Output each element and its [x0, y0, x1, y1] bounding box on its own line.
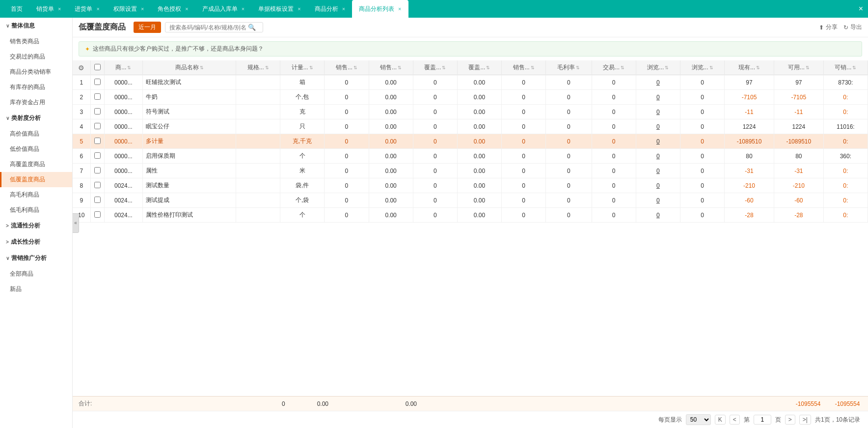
col-spec-header[interactable]: 规格...⇅ [236, 60, 280, 75]
row-checkbox[interactable] [94, 93, 101, 100]
nav-sales-order[interactable]: 销货单 × [29, 0, 68, 18]
nav-product-analysis-list[interactable]: 商品分析列表 × [352, 0, 408, 18]
browse1-link[interactable]: 0 [656, 94, 660, 101]
nav-product-instock-close[interactable]: × [242, 6, 244, 12]
sidebar-item-low-gross[interactable]: 低毛利商品 [0, 202, 72, 218]
col-name-header[interactable]: 商品名称⇅ [143, 60, 236, 75]
col-sales-qty-header[interactable]: 销售...⇅ [325, 60, 369, 75]
sidebar-item-all-goods[interactable]: 全部商品 [0, 266, 72, 282]
per-page-select[interactable]: 50 10 20 100 [686, 414, 711, 425]
col-saleable-header[interactable]: 可销...⇅ [823, 60, 868, 75]
table-header-row: ⚙ 商...⇅ 商品名称⇅ 规格...⇅ [73, 60, 868, 75]
browse1-link[interactable]: 0 [656, 212, 660, 219]
browse1-link[interactable]: 0 [656, 109, 660, 115]
col-browse2-header[interactable]: 浏览...⇅ [680, 60, 724, 75]
page-number-input[interactable] [754, 415, 771, 425]
prev-page-button[interactable]: < [730, 415, 740, 425]
nav-home[interactable]: 首页 [4, 0, 29, 18]
row-saleable: 0: [823, 90, 868, 105]
col-cover2-header[interactable]: 覆盖...⇅ [457, 60, 501, 75]
col-unit-header[interactable]: 计量...⇅ [280, 60, 325, 75]
settings-icon[interactable]: ⚙ [78, 64, 84, 72]
export-button[interactable]: ↻ 导出 [843, 23, 862, 31]
nav-template-settings-close[interactable]: × [298, 6, 300, 12]
nav-product-instock[interactable]: 产成品入库单 × [195, 0, 251, 18]
close-all-tabs[interactable]: × [859, 4, 863, 13]
sidebar-item-new-goods[interactable]: 新品 [0, 282, 72, 297]
nav-product-analysis-close[interactable]: × [342, 6, 345, 12]
col-available-header[interactable]: 可用...⇅ [774, 60, 823, 75]
nav-product-analysis-list-close[interactable]: × [398, 6, 401, 12]
col-cover1-header[interactable]: 覆盖...⇅ [413, 60, 457, 75]
row-checkbox-cell [90, 208, 104, 223]
sidebar-item-category-turnover[interactable]: 商品分类动销率 [0, 64, 72, 80]
content-area: « 低覆盖度商品 近一月 🔍 ⬆ 分享 ↻ 导出 ✦ [73, 18, 868, 428]
nav-template-settings[interactable]: 单据模板设置 × [251, 0, 307, 18]
sidebar-item-stocked-goods[interactable]: 有库存的商品 [0, 80, 72, 95]
sidebar-item-high-coverage[interactable]: 高覆盖度商品 [0, 157, 72, 172]
current-stock-sort-icon: ⇅ [756, 65, 760, 70]
browse1-link[interactable]: 0 [656, 79, 660, 86]
time-filter-button[interactable]: 近一月 [134, 22, 161, 33]
available-sort-icon: ⇅ [806, 65, 810, 70]
row-checkbox[interactable] [94, 182, 101, 188]
row-browse2: 0 [680, 105, 724, 119]
browse1-link[interactable]: 0 [656, 168, 660, 174]
nav-purchase-order[interactable]: 进货单 × [68, 0, 106, 18]
nav-sales-order-close[interactable]: × [58, 6, 61, 12]
row-browse1: 0 [636, 149, 680, 164]
search-input[interactable] [169, 24, 248, 31]
nav-permission-settings[interactable]: 权限设置 × [107, 0, 151, 18]
sidebar-group-overall[interactable]: ∨ 整体信息 [0, 18, 72, 34]
row-checkbox[interactable] [94, 108, 101, 114]
row-checkbox[interactable] [94, 167, 101, 173]
row-available: -28 [774, 208, 823, 223]
row-checkbox[interactable] [94, 152, 101, 159]
browse1-link[interactable]: 0 [656, 197, 660, 204]
nav-purchase-order-close[interactable]: × [96, 6, 99, 12]
col-sales-count-header[interactable]: 销售...⇅ [502, 60, 546, 75]
share-button[interactable]: ⬆ 分享 [819, 23, 838, 31]
sidebar-group-growth[interactable]: > 成长性分析 [0, 234, 72, 250]
table-row: 8 0024... 测试数量 袋,件 0 0.00 0 0.00 0 0 0 0… [73, 178, 868, 193]
row-cover1: 0 [413, 164, 457, 178]
sidebar-collapse-button[interactable]: « [73, 213, 79, 233]
sidebar-item-high-value[interactable]: 高价值商品 [0, 126, 72, 142]
sidebar-item-traded-goods[interactable]: 交易过的商品 [0, 49, 72, 64]
row-checkbox[interactable] [94, 138, 101, 144]
last-page-button[interactable]: >| [799, 415, 811, 425]
browse1-link[interactable]: 0 [656, 182, 660, 189]
sidebar-item-low-coverage[interactable]: 低覆盖度商品 [0, 172, 72, 187]
row-browse2: 0 [680, 178, 724, 193]
sidebar-item-low-value[interactable]: 低价值商品 [0, 142, 72, 157]
row-checkbox[interactable] [94, 79, 101, 85]
sidebar-group-marketing[interactable]: ∨ 营销推广分析 [0, 250, 72, 266]
sidebar-group-coverage[interactable]: ∨ 类射度分析 [0, 110, 72, 126]
sidebar-item-sales-goods[interactable]: 销售类商品 [0, 34, 72, 49]
liquidity-arrow-icon: > [6, 223, 9, 228]
col-sales-amt-header[interactable]: 销售...⇅ [369, 60, 413, 75]
col-trade-header[interactable]: 交易...⇅ [592, 60, 636, 75]
row-checkbox[interactable] [94, 123, 101, 129]
first-page-button[interactable]: K [715, 415, 726, 425]
browse1-link[interactable]: 0 [656, 138, 660, 145]
select-all-checkbox[interactable] [94, 64, 101, 70]
next-page-button[interactable]: > [785, 415, 795, 425]
sidebar-group-liquidity[interactable]: > 流通性分析 [0, 218, 72, 234]
col-browse1-header[interactable]: 浏览...⇅ [636, 60, 680, 75]
browse1-link[interactable]: 0 [656, 153, 660, 160]
sidebar-item-capital-occupation[interactable]: 库存资金占用 [0, 95, 72, 110]
col-current-stock-header[interactable]: 现有...⇅ [725, 60, 774, 75]
col-code-header[interactable]: 商...⇅ [104, 60, 143, 75]
nav-product-analysis[interactable]: 商品分析 × [308, 0, 352, 18]
sidebar-item-high-gross[interactable]: 高毛利商品 [0, 187, 72, 202]
col-gross-rate-header[interactable]: 毛利率⇅ [546, 60, 592, 75]
row-gross-rate: 0 [546, 90, 592, 105]
row-checkbox-cell [90, 149, 104, 164]
nav-role-auth-close[interactable]: × [185, 6, 188, 12]
row-checkbox[interactable] [94, 197, 101, 203]
nav-role-auth[interactable]: 角色授权 × [151, 0, 195, 18]
browse1-link[interactable]: 0 [656, 123, 660, 130]
nav-permission-settings-close[interactable]: × [141, 6, 144, 12]
row-checkbox[interactable] [94, 211, 101, 218]
